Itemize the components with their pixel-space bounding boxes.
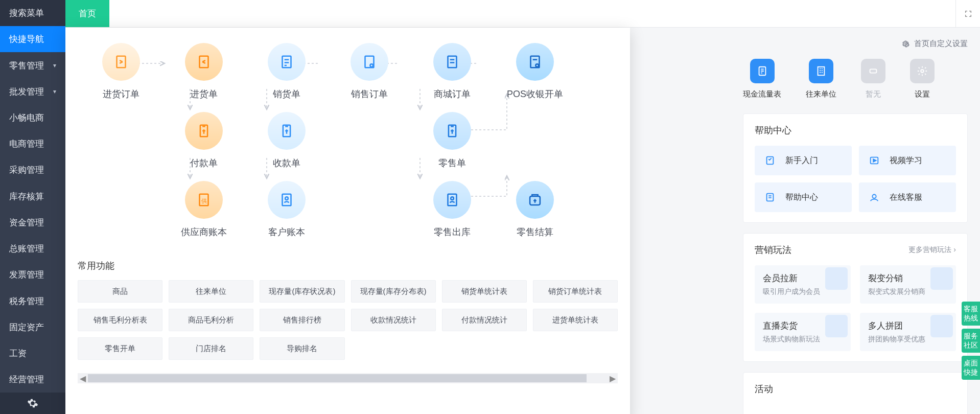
flow-sales[interactable]: 销货单 bbox=[243, 43, 330, 100]
sidebar-item-label: 小畅电商 bbox=[9, 112, 44, 124]
sidebar-item-biz[interactable]: 经营管理 bbox=[0, 366, 65, 393]
sidebar-search[interactable]: 搜索菜单 bbox=[0, 0, 65, 26]
common-btn[interactable]: 收款情况统计 bbox=[351, 309, 436, 331]
sidebar-item-label: 电商管理 bbox=[9, 138, 44, 150]
flow-label: 零售结算 bbox=[517, 226, 553, 238]
sidebar: 搜索菜单 快捷导航 零售管理 ▾ 批发管理 ▾ 小畅电商 电商管理 采购管理 库… bbox=[0, 0, 65, 414]
sidebar-item-ledger[interactable]: 总账管理 bbox=[0, 236, 65, 262]
headset-icon bbox=[867, 190, 881, 204]
help-title: 帮助中心 bbox=[755, 124, 791, 136]
sidebar-item-fixedassets[interactable]: 固定资产 bbox=[0, 314, 65, 340]
common-btn[interactable]: 付款情况统计 bbox=[442, 309, 527, 331]
common-btn[interactable]: 销售毛利分析表 bbox=[78, 309, 162, 331]
marketing-more-link[interactable]: 更多营销玩法 › bbox=[908, 245, 956, 255]
sidebar-item-wholesale[interactable]: 批发管理 ▾ bbox=[0, 79, 65, 105]
flow-payment[interactable]: 付款单 bbox=[160, 112, 247, 169]
flow-purchase[interactable]: 进货单 bbox=[160, 43, 247, 100]
building-icon bbox=[809, 59, 833, 83]
side-hotline[interactable]: 客服热线 bbox=[962, 302, 980, 326]
sidebar-settings[interactable] bbox=[0, 393, 65, 414]
money-in-icon bbox=[268, 112, 306, 150]
home-customize-link[interactable]: 首页自定义设置 bbox=[743, 28, 968, 55]
pos-icon bbox=[516, 43, 554, 81]
flow-supplier-ledger[interactable]: 供 供应商账本 bbox=[160, 181, 247, 238]
list-check-icon bbox=[268, 43, 306, 81]
common-btn[interactable]: 零售开单 bbox=[78, 337, 162, 360]
chevron-down-icon: ▾ bbox=[53, 62, 56, 69]
sidebar-item-label: 批发管理 bbox=[9, 86, 44, 98]
marketing-item-member[interactable]: 会员拉新 吸引用户成为会员 bbox=[755, 265, 851, 304]
help-support[interactable]: 在线客服 bbox=[859, 182, 956, 212]
sidebar-item-ecommerce[interactable]: 电商管理 bbox=[0, 131, 65, 157]
side-community[interactable]: 服务社区 bbox=[962, 329, 980, 353]
flow-pos[interactable]: POS收银开单 bbox=[492, 43, 578, 100]
help-video[interactable]: 视频学习 bbox=[859, 146, 956, 175]
sidebar-item-quicknav[interactable]: 快捷导航 bbox=[0, 26, 65, 52]
shortcut-contacts[interactable]: 往来单位 bbox=[806, 59, 836, 99]
gear-icon bbox=[902, 40, 910, 48]
marketing-item-live[interactable]: 直播卖货 场景式购物新玩法 bbox=[755, 313, 851, 351]
shortcut-empty[interactable]: 暂无 bbox=[861, 59, 885, 99]
svg-point-8 bbox=[872, 195, 876, 198]
sidebar-item-invoice[interactable]: 发票管理 bbox=[0, 262, 65, 288]
retail-icon bbox=[433, 112, 471, 150]
common-btn[interactable]: 门店排名 bbox=[169, 337, 253, 360]
help-label: 在线客服 bbox=[890, 192, 922, 203]
fullscreen-button[interactable] bbox=[955, 0, 980, 27]
flow-mall-order[interactable]: 商城订单 bbox=[409, 43, 496, 100]
outbound-icon bbox=[433, 181, 471, 219]
common-btn[interactable]: 销货订单统计表 bbox=[533, 280, 618, 303]
side-desktop[interactable]: 桌面快捷 bbox=[962, 356, 980, 380]
doc-in-icon bbox=[102, 43, 140, 81]
common-btn[interactable]: 往来单位 bbox=[169, 280, 253, 303]
shortcut-label: 设置 bbox=[915, 89, 930, 99]
placeholder-icon bbox=[861, 59, 885, 83]
flow-receipt[interactable]: 收款单 bbox=[243, 112, 330, 169]
shortcut-settings[interactable]: 设置 bbox=[910, 59, 935, 99]
flow-retail-out[interactable]: 零售出库 bbox=[409, 181, 496, 238]
marketing-item-fission[interactable]: 裂变分销 裂变式发展分销商 bbox=[860, 265, 956, 304]
common-btn[interactable]: 商品 bbox=[78, 280, 162, 303]
common-btn[interactable]: 现存量(库存状况表) bbox=[260, 280, 344, 303]
sidebar-item-inventory[interactable]: 库存核算 bbox=[0, 183, 65, 210]
flow-sales-order[interactable]: 销售订单 bbox=[326, 43, 413, 100]
play-icon bbox=[867, 153, 881, 168]
sidebar-item-purchase[interactable]: 采购管理 bbox=[0, 157, 65, 183]
tab-home[interactable]: 首页 bbox=[65, 0, 109, 27]
common-btn[interactable]: 商品毛利分析 bbox=[169, 309, 253, 331]
sidebar-item-retail[interactable]: 零售管理 ▾ bbox=[0, 52, 65, 78]
scroll-left-icon[interactable]: ◀ bbox=[78, 373, 88, 383]
flow-retail[interactable]: 零售单 bbox=[409, 112, 496, 169]
common-btn[interactable]: 现存量(库存分布表) bbox=[351, 280, 436, 303]
flow-label: 付款单 bbox=[190, 157, 218, 169]
flow-purchase-order[interactable]: 进货订单 bbox=[78, 43, 165, 100]
scroll-track[interactable] bbox=[88, 374, 608, 382]
marketing-item-group[interactable]: 多人拼团 拼团购物享受优惠 bbox=[860, 313, 956, 351]
horizontal-scrollbar[interactable]: ◀ ▶ bbox=[78, 373, 618, 383]
common-btn[interactable]: 导购排名 bbox=[260, 337, 344, 360]
camera-icon bbox=[825, 315, 848, 337]
flow-label: POS收银开单 bbox=[507, 88, 563, 100]
group-icon bbox=[930, 315, 953, 337]
sidebar-item-tax[interactable]: 税务管理 bbox=[0, 288, 65, 314]
common-btn[interactable]: 销货单统计表 bbox=[442, 280, 527, 303]
scroll-thumb[interactable] bbox=[88, 374, 587, 382]
flow-customer-ledger[interactable]: 客户账本 bbox=[243, 181, 330, 238]
sidebar-item-label: 库存核算 bbox=[9, 191, 44, 202]
scroll-right-icon[interactable]: ▶ bbox=[608, 373, 618, 383]
flow-label: 客户账本 bbox=[268, 226, 305, 238]
common-btn[interactable]: 销售排行榜 bbox=[260, 309, 344, 331]
shortcut-cashflow[interactable]: 现金流量表 bbox=[743, 59, 781, 99]
shortcut-label: 暂无 bbox=[866, 89, 881, 99]
sidebar-item-funds[interactable]: 资金管理 bbox=[0, 210, 65, 236]
sidebar-item-salary[interactable]: 工资 bbox=[0, 340, 65, 366]
sidebar-item-label: 总账管理 bbox=[9, 243, 44, 255]
marketing-card: 营销玩法 更多营销玩法 › 会员拉新 吸引用户成为会员 裂变分销 裂变式发展分销… bbox=[743, 233, 968, 362]
common-btn[interactable]: 进货单统计表 bbox=[533, 309, 618, 331]
sidebar-item-xcds[interactable]: 小畅电商 bbox=[0, 105, 65, 131]
help-center[interactable]: 帮助中心 bbox=[755, 182, 852, 212]
flow-retail-settle[interactable]: 零售结算 bbox=[492, 181, 578, 238]
help-beginner[interactable]: 新手入门 bbox=[755, 146, 852, 175]
settle-icon bbox=[516, 181, 554, 219]
flow-label: 零售单 bbox=[438, 157, 466, 169]
